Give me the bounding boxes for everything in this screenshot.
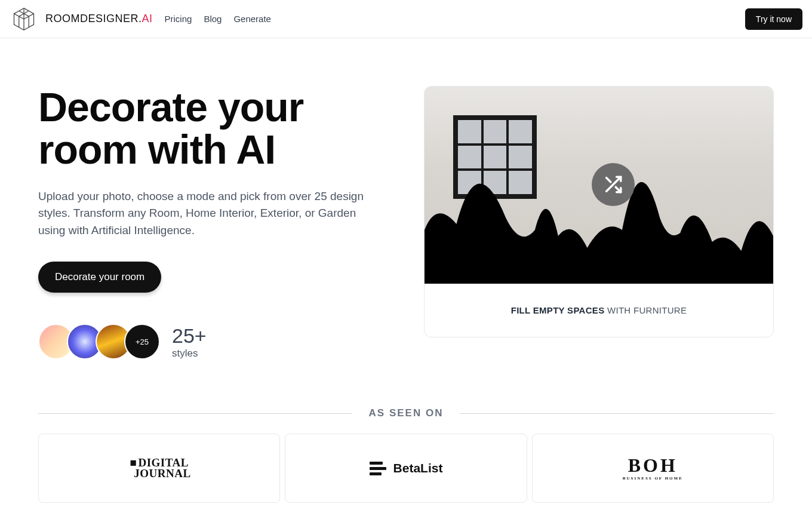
brand-main: ROOMDESIGNER.: [45, 13, 142, 24]
betalist-icon: [370, 462, 386, 475]
divider-line: [38, 413, 352, 414]
nav-generate[interactable]: Generate: [233, 14, 271, 24]
logo-text: ROOMDESIGNER.AI: [45, 13, 153, 25]
styles-row: +25 25+ styles: [38, 324, 388, 360]
boh-logo: BOH BUSINESS OF HOME: [623, 456, 683, 481]
showcase-caption: FILL EMPTY SPACES WITH FURNITURE: [425, 284, 773, 337]
styles-count: 25+ styles: [172, 324, 207, 360]
press-grid: DIGITAL JOURNAL BetaList BOH BUSINESS OF…: [38, 434, 774, 503]
main-nav: Pricing Blog Generate: [165, 14, 271, 24]
betalist-logo: BetaList: [370, 461, 443, 475]
styles-label: styles: [172, 348, 207, 360]
boh-big: BOH: [623, 456, 683, 475]
nav-blog[interactable]: Blog: [204, 14, 222, 24]
press-boh[interactable]: BOH BUSINESS OF HOME: [532, 434, 774, 503]
brand-ai: AI: [142, 13, 153, 24]
digital-journal-logo: DIGITAL JOURNAL: [128, 457, 191, 479]
shuffle-icon: [603, 174, 623, 195]
shuffle-button[interactable]: [592, 163, 635, 206]
header-left: ROOMDESIGNER.AI Pricing Blog Generate: [10, 5, 271, 33]
showcase-silhouette: [425, 128, 773, 284]
betalist-text: BetaList: [393, 461, 443, 475]
logo-icon: [10, 5, 38, 33]
hero-title: Decorate your room with AI: [38, 86, 388, 171]
logo-link[interactable]: ROOMDESIGNER.AI: [10, 5, 153, 33]
divider-row: AS SEEN ON: [38, 407, 774, 419]
caption-bold: FILL EMPTY SPACES: [511, 305, 605, 315]
caption-rest: WITH FURNITURE: [604, 305, 687, 315]
try-it-now-button[interactable]: Try it now: [745, 8, 802, 30]
press-betalist[interactable]: BetaList: [285, 434, 527, 503]
hero-content: Decorate your room with AI Upload your p…: [38, 86, 388, 360]
style-avatars: +25: [38, 324, 160, 360]
nav-pricing[interactable]: Pricing: [165, 14, 192, 24]
divider-line: [460, 413, 774, 414]
boh-small: BUSINESS OF HOME: [623, 476, 683, 481]
hero-section: Decorate your room with AI Upload your p…: [0, 38, 812, 383]
showcase-card: FILL EMPTY SPACES WITH FURNITURE: [424, 86, 774, 337]
header: ROOMDESIGNER.AI Pricing Blog Generate Tr…: [0, 0, 812, 38]
decorate-room-button[interactable]: Decorate your room: [38, 262, 161, 293]
showcase-image: [425, 87, 773, 284]
hero-subtitle: Upload your photo, choose a mode and pic…: [38, 188, 385, 239]
hero-showcase: FILL EMPTY SPACES WITH FURNITURE: [424, 86, 774, 360]
styles-number: 25+: [172, 324, 207, 348]
press-digital-journal[interactable]: DIGITAL JOURNAL: [38, 434, 280, 503]
as-seen-on-section: AS SEEN ON DIGITAL JOURNAL BetaList BOH …: [0, 383, 812, 503]
as-seen-label: AS SEEN ON: [369, 407, 444, 419]
more-styles-badge[interactable]: +25: [124, 324, 160, 360]
